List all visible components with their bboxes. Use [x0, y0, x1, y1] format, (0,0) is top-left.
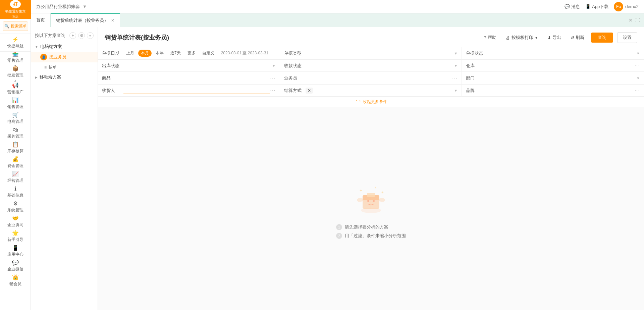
out-status-content[interactable]: ▼: [123, 64, 276, 68]
sales-icon: 📊: [12, 97, 19, 103]
app-logo: 好 畅捷通好生意 标版: [0, 0, 31, 19]
settings-scheme-button[interactable]: ⚙: [78, 32, 85, 39]
sidebar-item-wholesale[interactable]: 📦 批发管理 ▲: [0, 66, 31, 81]
pc-group-arrow: ▼: [35, 45, 38, 49]
step-1-text: 请先选择要分析的方案: [345, 224, 388, 230]
mobile-group-arrow: ▶: [35, 75, 38, 79]
sidebar-item-finance[interactable]: 💰 资金管理: [0, 155, 31, 170]
doc-status-content[interactable]: ▼: [487, 51, 640, 55]
user-menu[interactable]: Ea demo2: [614, 2, 639, 11]
sidebar-item-ecommerce[interactable]: 🛒 电商管理: [0, 111, 31, 125]
maximize-window-button[interactable]: ⛶: [635, 17, 640, 23]
empty-steps: 1 请先选择要分析的方案 2 用「过滤」条件来缩小分析范围: [336, 224, 406, 239]
goods-content[interactable]: ···: [123, 75, 276, 81]
query-button[interactable]: 查询: [591, 33, 613, 43]
salesperson-label: 业务员: [284, 75, 303, 81]
settlement-tag-close[interactable]: ✕: [308, 88, 311, 93]
message-button[interactable]: 💬 消息: [565, 4, 580, 10]
mobile-scheme-group[interactable]: ▶ 移动端方案: [31, 72, 98, 82]
settlement-tag: ✕: [306, 88, 313, 94]
member-icon: 👑: [12, 274, 19, 280]
filter-section: 单据日期 上月 本月 本年 近7天 更多 自定义 2023-03-01 至 20…: [98, 47, 644, 107]
doc-status-arrow: ▼: [636, 51, 640, 55]
date-tab-this-year[interactable]: 本年: [153, 50, 166, 57]
salesperson-content[interactable]: ···: [306, 75, 458, 81]
sidebar-item-operations[interactable]: 📈 经营管理: [0, 170, 31, 185]
sidebar-item-system[interactable]: ⚙ 系统管理: [0, 199, 31, 214]
brand-content[interactable]: ···: [487, 88, 640, 94]
sidebar-item-sales[interactable]: 📊 销售管理: [0, 96, 31, 111]
department-content[interactable]: ▼: [487, 76, 640, 80]
salesperson-scheme-icon: 👤: [40, 54, 47, 60]
search-menu-button[interactable]: 🔍 搜索菜单: [3, 21, 28, 31]
page-header: 销货单统计表(按业务员) ? 帮助 🖨 按模板打印 ▼ ⬇ 导出: [98, 27, 644, 47]
close-window-button[interactable]: ✕: [629, 17, 633, 23]
main-content-area: ✦ ✦ ✦ 1 请先选择要分析的方案: [98, 107, 644, 310]
print-icon: 🖨: [506, 35, 510, 40]
marketing-label: 营销推广: [7, 89, 23, 95]
settings-icon: ⚙: [80, 33, 84, 38]
order-scheme-icon: ≡: [44, 65, 47, 70]
sidebar-item-procurement[interactable]: 🛍 采购管理: [0, 125, 31, 140]
tab-close-button[interactable]: ✕: [111, 18, 114, 23]
sidebar-item-enterprise[interactable]: 🤝 企业协同: [0, 214, 31, 229]
doc-type-content[interactable]: ▼: [306, 51, 458, 55]
collapse-panel-button[interactable]: «: [87, 32, 94, 39]
date-tab-custom[interactable]: 自定义: [200, 50, 217, 57]
collection-status-content[interactable]: ▼: [306, 64, 458, 68]
filter-doc-type-cell: 单据类型 ▼: [280, 47, 462, 59]
consignee-input[interactable]: [123, 87, 270, 94]
sidebar-item-basic-info[interactable]: ℹ 基础信息: [0, 185, 31, 199]
app-center-label: 应用中心: [7, 252, 23, 257]
step-2-number: 2: [336, 233, 342, 239]
tab-home[interactable]: 首页: [31, 13, 51, 27]
scheme-item-order[interactable]: ≡ 按单: [31, 62, 98, 72]
date-tabs: 上月 本月 本年 近7天 更多 自定义: [123, 50, 217, 57]
dropdown-arrow[interactable]: ▼: [83, 4, 87, 9]
sidebar-item-wechat[interactable]: 💬 企业微信: [0, 258, 31, 273]
pc-scheme-header[interactable]: ▼ 电脑端方案: [31, 42, 98, 52]
filter-row-4: 收货人 ··· 结算方式 ✕ ▼: [98, 85, 644, 97]
sidebar-item-member[interactable]: 👑 畅会员: [0, 273, 31, 288]
left-panel-icon-group: + ⚙ «: [69, 32, 94, 39]
consignee-dots[interactable]: ···: [270, 88, 275, 94]
filter-brand-cell: 品牌 ···: [462, 85, 644, 97]
app-subtitle: 标版: [12, 14, 18, 19]
app-download-button[interactable]: 📱 App下载: [585, 4, 608, 10]
left-panel: 按以下方案查询 + ⚙ « ▼ 电脑端方案: [31, 27, 98, 310]
date-tab-this-month[interactable]: 本月: [138, 50, 152, 57]
template-print-button[interactable]: 🖨 按模板打印 ▼: [503, 33, 541, 42]
sales-tab-label: 销货单统计表（按业务员）: [56, 17, 108, 23]
date-tab-7days[interactable]: 近7天: [168, 50, 183, 57]
sidebar-item-retail[interactable]: 🏪 零售管理 ▼: [0, 52, 31, 66]
sidebar-item-inventory[interactable]: 📋 库存核算: [0, 140, 31, 155]
settlement-label: 结算方式: [284, 88, 303, 94]
main-area: 办公用品行业模拟账套 ▼ 💬 消息 📱 App下载 Ea demo2 首页: [31, 0, 644, 310]
message-icon: 💬: [565, 4, 570, 9]
inventory-icon: 📋: [12, 141, 19, 148]
add-scheme-button[interactable]: +: [69, 32, 76, 39]
refresh-button[interactable]: ↺ 刷新: [568, 33, 587, 42]
scheme-tree: ▼ 电脑端方案 👤 按业务员 ≡ 按单 ▶: [31, 42, 98, 82]
help-icon: ?: [484, 35, 486, 40]
retail-label: 零售管理: [7, 58, 23, 63]
settings-button[interactable]: 设置: [617, 32, 637, 43]
filter-salesperson-cell: 业务员 ···: [280, 72, 462, 84]
warehouse-content[interactable]: ···: [487, 63, 640, 69]
export-button[interactable]: ⬇ 导出: [545, 33, 564, 42]
filter-warehouse-cell: 仓库 ···: [462, 60, 644, 72]
help-button[interactable]: ? 帮助: [481, 33, 499, 42]
sidebar-item-newbie[interactable]: 🌟 新手引导: [0, 229, 31, 244]
settlement-arrow[interactable]: ▼: [454, 89, 458, 93]
date-tab-more[interactable]: 更多: [185, 50, 198, 57]
scheme-item-salesperson[interactable]: 👤 按业务员: [31, 52, 98, 62]
sidebar-item-marketing[interactable]: 📢 营销推广: [0, 81, 31, 96]
collapse-filters-button[interactable]: ⌃⌃ 收起更多条件: [98, 97, 644, 107]
tab-sales-stat[interactable]: 销货单统计表（按业务员） ✕: [51, 13, 120, 27]
page-actions: ? 帮助 🖨 按模板打印 ▼ ⬇ 导出 ↺ 刷新: [481, 32, 637, 43]
date-tab-last-month[interactable]: 上月: [123, 50, 137, 57]
enterprise-icon: 🤝: [12, 215, 19, 221]
collapse-up-icon: ⌃⌃: [355, 100, 362, 104]
sidebar-item-app-center[interactable]: 📱 应用中心: [0, 244, 31, 258]
sidebar-item-quick-nav[interactable]: ⚡ 快捷导航: [0, 35, 31, 50]
